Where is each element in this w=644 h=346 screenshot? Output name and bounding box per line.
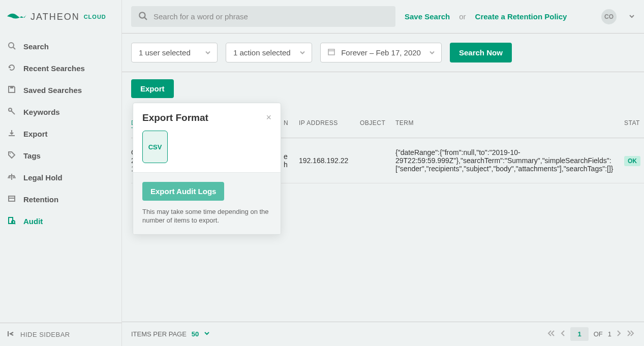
brand-sub: CLOUD: [84, 14, 106, 20]
audit-icon: [7, 216, 16, 226]
save-search-link[interactable]: Save Search: [405, 12, 450, 21]
hide-sidebar-button[interactable]: HIDE SIDEBAR: [0, 323, 121, 346]
logo-icon: [6, 10, 27, 23]
chevron-down-icon: [429, 48, 435, 57]
sidebar-item-search[interactable]: Search: [0, 36, 121, 57]
retention-icon: [7, 195, 16, 204]
csv-format-option[interactable]: CSV: [142, 131, 168, 163]
chevron-down-icon[interactable]: [629, 12, 635, 21]
user-filter-dropdown[interactable]: 1 user selected: [131, 43, 218, 62]
pagination-footer: ITEMS PER PAGE 50 1 OF 1: [122, 322, 644, 346]
sidebar-item-label: Saved Searches: [23, 86, 82, 95]
export-button[interactable]: Export: [131, 79, 174, 98]
modal-title: Export Format: [142, 112, 208, 123]
sidebar-item-retention[interactable]: Retention: [0, 188, 121, 210]
brand-name: JATHEON: [30, 12, 80, 22]
status-badge: OK: [624, 156, 640, 166]
history-icon: [7, 64, 16, 73]
page-next-button[interactable]: [617, 330, 622, 338]
nav: Search Recent Searches Saved Searches Ke…: [0, 36, 121, 323]
chevron-down-icon: [205, 48, 211, 57]
page-last-button[interactable]: [627, 330, 635, 338]
date-filter-label: Forever – Feb 17, 2020: [341, 48, 421, 57]
page-prev-button[interactable]: [560, 330, 565, 338]
sidebar: JATHEON CLOUD Search Recent Searches Sav…: [0, 0, 122, 346]
tag-icon: [7, 151, 16, 161]
filter-bar: 1 user selected 1 action selected Foreve…: [122, 34, 644, 72]
sidebar-item-tags[interactable]: Tags: [0, 145, 121, 167]
sidebar-item-recent-searches[interactable]: Recent Searches: [0, 57, 121, 79]
sidebar-item-label: Audit: [23, 217, 43, 226]
svg-line-4: [11, 111, 15, 114]
col-header-status[interactable]: STAT: [624, 119, 644, 134]
key-icon: [7, 107, 16, 117]
search-now-button[interactable]: Search Now: [450, 43, 512, 62]
save-icon: [7, 85, 16, 95]
logo: JATHEON CLOUD: [0, 0, 121, 36]
page-first-button[interactable]: [547, 330, 555, 338]
csv-label: CSV: [148, 143, 162, 151]
sidebar-item-label: Recent Searches: [23, 64, 85, 73]
cell-ip: 192.168.192.22: [299, 156, 360, 165]
items-per-page-label: ITEMS PER PAGE: [131, 330, 187, 338]
collapse-icon: [7, 330, 14, 339]
scale-icon: [7, 173, 16, 182]
sidebar-item-label: Retention: [23, 195, 58, 204]
download-icon: [7, 129, 16, 139]
svg-rect-2: [10, 86, 13, 88]
svg-line-15: [144, 17, 147, 20]
action-filter-dropdown[interactable]: 1 action selected: [226, 43, 312, 62]
global-search: [131, 6, 395, 27]
calendar-icon: [328, 48, 335, 57]
hide-sidebar-label: HIDE SIDEBAR: [20, 331, 70, 338]
sidebar-item-saved-searches[interactable]: Saved Searches: [0, 79, 121, 101]
or-text: or: [459, 12, 466, 21]
svg-rect-16: [328, 49, 334, 55]
svg-line-12: [14, 223, 15, 224]
create-retention-policy-link[interactable]: Create a Retention Policy: [475, 12, 567, 21]
page-current[interactable]: 1: [570, 327, 588, 341]
cell-term: {"dateRange":{"from":null,"to":"2019-10-…: [395, 148, 624, 173]
col-header-ip[interactable]: IP ADDRESS: [299, 119, 360, 134]
modal-note: This may take some time depending on the…: [142, 208, 271, 225]
svg-point-0: [9, 43, 14, 48]
page-of-label: OF: [594, 330, 603, 338]
export-format-modal: Export Format × CSV Export Audit Logs Th…: [133, 103, 281, 235]
search-icon: [7, 42, 16, 51]
items-per-page-value[interactable]: 50: [192, 330, 199, 338]
sidebar-item-keywords[interactable]: Keywords: [0, 101, 121, 123]
sidebar-item-legal-hold[interactable]: Legal Hold: [0, 167, 121, 188]
col-header-object[interactable]: OBJECT: [360, 119, 395, 134]
close-icon[interactable]: ×: [266, 112, 271, 123]
avatar[interactable]: CO: [601, 9, 617, 24]
topbar: Save Search or Create a Retention Policy…: [122, 0, 644, 34]
action-filter-label: 1 action selected: [233, 48, 291, 57]
sidebar-item-label: Legal Hold: [23, 173, 63, 182]
chevron-down-icon: [299, 48, 305, 57]
sidebar-item-label: Keywords: [23, 108, 60, 116]
search-icon: [138, 11, 147, 22]
col-header-term[interactable]: TERM: [395, 119, 624, 134]
cell-status: OK: [624, 156, 644, 165]
sidebar-item-label: Export: [23, 130, 48, 138]
sidebar-item-label: Tags: [23, 151, 41, 160]
svg-point-14: [139, 12, 145, 18]
page-total: 1: [608, 330, 611, 338]
sidebar-item-export[interactable]: Export: [0, 123, 121, 145]
svg-line-1: [13, 47, 15, 49]
export-audit-logs-button[interactable]: Export Audit Logs: [142, 182, 224, 201]
svg-point-5: [10, 153, 11, 154]
user-filter-label: 1 user selected: [139, 48, 191, 57]
date-filter-dropdown[interactable]: Forever – Feb 17, 2020: [320, 43, 442, 62]
search-input[interactable]: [131, 6, 395, 27]
sidebar-item-audit[interactable]: Audit: [0, 210, 121, 232]
sidebar-item-label: Search: [23, 42, 49, 51]
chevron-down-icon[interactable]: [204, 330, 210, 338]
